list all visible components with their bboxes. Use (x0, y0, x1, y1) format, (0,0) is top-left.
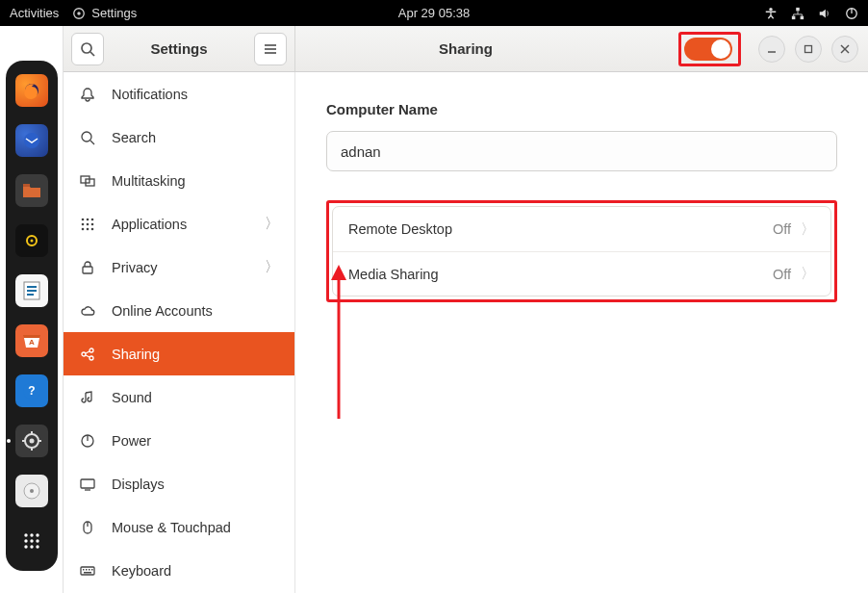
dock-area: A ? (0, 26, 63, 593)
row-label: Media Sharing (348, 267, 439, 282)
activities-button[interactable]: Activities (10, 6, 59, 20)
bell-icon (79, 86, 96, 103)
gnome-topbar: Activities Settings Apr 29 05:38 (0, 0, 868, 26)
share-icon (79, 346, 96, 363)
svg-point-2 (769, 7, 773, 11)
svg-point-55 (87, 222, 89, 225)
sidebar-item-online-accounts[interactable]: Online Accounts (64, 289, 294, 332)
sidebar-item-keyboard[interactable]: Keyboard (64, 549, 294, 592)
maximize-button[interactable] (795, 36, 822, 63)
chevron-right-icon: 〉 (801, 265, 815, 283)
annotation-highlight-toggle (678, 32, 741, 66)
minimize-button[interactable] (758, 36, 785, 63)
svg-rect-16 (27, 290, 37, 292)
search-icon (79, 129, 96, 146)
svg-rect-76 (91, 569, 93, 571)
settings-window: Settings Sharing Notifications (63, 26, 868, 593)
search-button[interactable] (71, 33, 104, 65)
svg-line-39 (90, 52, 94, 56)
svg-point-56 (91, 222, 94, 225)
svg-rect-72 (81, 567, 94, 575)
svg-text:A: A (29, 338, 35, 347)
svg-point-36 (30, 545, 33, 548)
svg-rect-44 (805, 45, 812, 52)
power-icon[interactable] (845, 7, 858, 20)
svg-point-34 (36, 539, 38, 542)
sidebar: Notifications Search Multitasking Applic… (64, 72, 295, 593)
svg-line-64 (86, 351, 89, 353)
dock-rhythmbox-icon[interactable] (15, 224, 48, 257)
svg-point-35 (24, 545, 27, 548)
multitask-icon (79, 172, 96, 190)
svg-rect-10 (23, 184, 30, 187)
svg-rect-4 (792, 15, 796, 19)
sidebar-item-mouse[interactable]: Mouse & Touchpad (64, 505, 294, 549)
svg-rect-5 (801, 15, 804, 19)
svg-line-65 (86, 355, 89, 357)
sidebar-item-power[interactable]: Power (64, 419, 294, 462)
sidebar-item-sound[interactable]: Sound (64, 375, 294, 419)
svg-rect-17 (27, 294, 34, 296)
svg-point-38 (82, 43, 91, 53)
svg-point-62 (89, 348, 93, 352)
dock-thunderbird-icon[interactable] (15, 124, 48, 157)
dock-settings-icon[interactable] (15, 425, 48, 457)
sidebar-item-applications[interactable]: Applications〉 (64, 202, 294, 245)
clock[interactable]: Apr 29 05:38 (398, 6, 470, 20)
row-label: Remote Desktop (348, 221, 452, 237)
network-icon[interactable] (791, 7, 804, 20)
dock-firefox-icon[interactable] (15, 74, 48, 107)
svg-rect-3 (796, 7, 800, 11)
dock-software-icon[interactable]: A (15, 324, 48, 357)
lock-icon (79, 259, 96, 276)
sidebar-item-sharing[interactable]: Sharing (64, 332, 294, 375)
apps-icon (79, 216, 96, 233)
dock-libreoffice-icon[interactable] (15, 274, 48, 307)
svg-point-52 (87, 218, 89, 220)
annotation-highlight-rows: Remote Desktop Off 〉 Media Sharing Off 〉 (326, 200, 837, 302)
dock-files-icon[interactable] (15, 174, 48, 207)
svg-rect-74 (86, 569, 88, 571)
svg-rect-77 (84, 572, 91, 574)
svg-point-13 (30, 239, 33, 242)
svg-point-32 (24, 539, 27, 542)
dock-show-apps-icon[interactable] (15, 525, 48, 557)
display-icon (79, 476, 96, 493)
sidebar-title: Settings (150, 40, 207, 57)
svg-marker-79 (331, 265, 346, 280)
mouse-icon (79, 519, 96, 536)
dock: A ? (6, 61, 58, 571)
sidebar-item-displays[interactable]: Displays (64, 462, 294, 505)
menu-button[interactable] (254, 33, 287, 65)
accessibility-icon[interactable] (764, 7, 778, 20)
row-media-sharing[interactable]: Media Sharing Off 〉 (333, 251, 830, 296)
svg-point-59 (91, 227, 94, 230)
svg-point-30 (30, 533, 33, 536)
svg-point-61 (82, 352, 86, 356)
chevron-right-icon: 〉 (265, 215, 279, 233)
chevron-right-icon: 〉 (265, 258, 279, 276)
svg-rect-75 (89, 569, 90, 571)
dock-help-icon[interactable]: ? (15, 374, 48, 407)
close-button[interactable] (831, 36, 858, 63)
sidebar-item-privacy[interactable]: Privacy〉 (64, 245, 294, 289)
sidebar-item-multitasking[interactable]: Multitasking (64, 159, 294, 202)
svg-rect-60 (83, 267, 92, 273)
dock-disc-icon[interactable] (15, 475, 48, 507)
svg-point-1 (78, 12, 82, 15)
cloud-icon (79, 302, 96, 320)
volume-icon[interactable] (818, 7, 831, 20)
sharing-master-toggle[interactable] (684, 38, 732, 61)
headerbar: Settings Sharing (64, 26, 868, 72)
power-icon (79, 432, 96, 450)
focused-app-menu[interactable]: Settings (72, 6, 137, 20)
row-remote-desktop[interactable]: Remote Desktop Off 〉 (333, 207, 830, 251)
sidebar-item-notifications[interactable]: Notifications (64, 72, 294, 116)
svg-point-9 (24, 133, 39, 148)
sidebar-item-search[interactable]: Search (64, 116, 294, 159)
search-icon (80, 41, 95, 57)
gear-icon (72, 7, 86, 20)
svg-point-28 (30, 489, 34, 493)
svg-text:?: ? (28, 384, 35, 398)
computer-name-input[interactable] (326, 131, 837, 171)
